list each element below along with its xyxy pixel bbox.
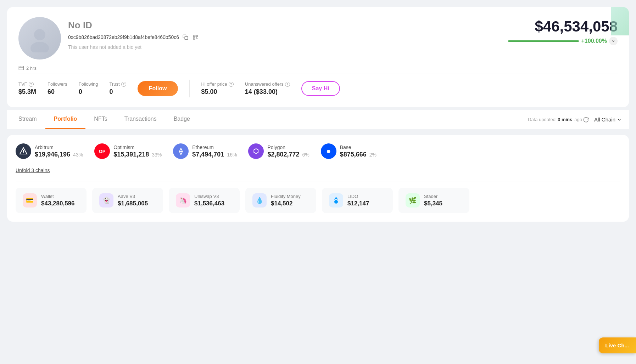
last-active-text: 2 hrs	[26, 66, 37, 71]
protocol-card-lido: LIDO $12,147	[322, 188, 393, 213]
tab-nfts[interactable]: NFTs	[85, 110, 116, 129]
portfolio-progress-bar	[508, 40, 579, 42]
tvf-label: TVF	[18, 81, 27, 87]
arbitrum-name: Arbitrum	[35, 144, 83, 150]
optimism-pct: 33%	[152, 152, 162, 158]
optimism-value: $15,391,218	[113, 151, 149, 158]
svg-rect-2	[185, 36, 188, 40]
followers-stat: Followers 60	[48, 81, 67, 96]
stats-row: TVF ? $5.3M Followers 60 Following 0 Tru…	[18, 74, 618, 100]
corner-decoration	[611, 7, 629, 35]
live-chat-button[interactable]: Live Ch...	[599, 337, 636, 353]
tab-stream[interactable]: Stream	[10, 110, 45, 129]
aave-protocol-value: $1,685,005	[118, 200, 148, 207]
fluidity-protocol-value: $14,502	[271, 200, 301, 207]
ethereum-pct: 16%	[227, 152, 237, 158]
ethereum-name: Ethereum	[192, 144, 237, 150]
chain-item-ethereum: ⟠ Ethereum $7,494,701 16%	[173, 143, 237, 159]
chain-item-optimism: OP Optimism $15,391,218 33%	[94, 143, 162, 159]
fluidity-protocol-name: Fluidity Money	[271, 194, 301, 199]
chain-item-polygon: ⬡ Polygon $2,802,772 6%	[248, 143, 309, 159]
protocol-card-fluidity: 💧 Fluidity Money $14,502	[245, 188, 316, 213]
data-updated-prefix: Data updated	[528, 117, 556, 122]
say-hi-button[interactable]: Say Hi	[301, 81, 340, 96]
protocol-card-stader: 🌿 Stader $5,345	[398, 188, 469, 213]
base-icon: ●	[321, 143, 336, 159]
arbitrum-icon	[16, 143, 31, 159]
main-content: Arbitrum $19,946,196 43% OP Optimism $15…	[7, 135, 629, 222]
tvf-info-icon[interactable]: ?	[29, 82, 34, 87]
chain-item-arbitrum: Arbitrum $19,946,196 43%	[16, 143, 83, 159]
refresh-button[interactable]	[582, 116, 590, 124]
protocol-card-aave: 👻 Aave V3 $1,685,005	[92, 188, 163, 213]
expand-portfolio-button[interactable]	[609, 37, 618, 45]
followers-value: 60	[48, 88, 67, 96]
chevron-down-icon	[617, 117, 622, 122]
hi-offer-price-stat: Hi offer price ? $5.00	[201, 81, 233, 96]
stader-protocol-name: Stader	[424, 194, 442, 199]
tab-badge[interactable]: Badge	[165, 110, 199, 129]
optimism-icon: OP	[94, 143, 110, 159]
tvf-value: $5.3M	[18, 88, 36, 96]
portfolio-value-section: $46,534,058 +100.00%	[508, 17, 618, 45]
wallet-icon: 💳	[23, 193, 37, 207]
divider	[189, 80, 190, 97]
polygon-icon: ⬡	[248, 143, 264, 159]
lido-protocol-name: LIDO	[347, 194, 369, 199]
svg-rect-9	[19, 66, 23, 70]
ethereum-value: $7,494,701	[192, 151, 224, 158]
followers-label: Followers	[48, 81, 67, 87]
aave-icon: 👻	[99, 193, 113, 207]
arbitrum-value: $19,946,196	[35, 151, 70, 158]
wallet-protocol-value: $43,280,596	[41, 200, 75, 207]
profile-card: No ID 0xc9b826bad20872eb29f9b1d8af4befe8…	[7, 7, 629, 107]
lido-icon	[329, 193, 343, 207]
profile-bio: This user has not added a bio yet	[68, 44, 199, 50]
tab-portfolio[interactable]: Portfolio	[45, 110, 86, 129]
progress-bar-fill	[508, 40, 579, 42]
svg-rect-6	[194, 35, 194, 36]
base-value: $875,666	[340, 151, 367, 158]
following-label: Following	[79, 81, 98, 87]
trust-stat: Trust ? 0	[110, 81, 126, 96]
all-chain-label: All Chain	[594, 116, 615, 123]
uniswap-protocol-name: Uniswap V3	[194, 194, 224, 199]
svg-point-1	[30, 42, 49, 52]
trust-value: 0	[110, 88, 126, 96]
polygon-pct: 6%	[302, 152, 309, 158]
following-value: 0	[79, 88, 98, 96]
uniswap-protocol-value: $1,536,463	[194, 200, 224, 207]
trust-info-icon[interactable]: ?	[121, 82, 126, 87]
hi-offer-info-icon[interactable]: ?	[229, 82, 234, 87]
portfolio-amount: $46,534,058	[508, 18, 618, 35]
follow-button[interactable]: Follow	[138, 81, 178, 96]
tabs-row: Stream Portfolio NFTs Transactions Badge…	[7, 110, 629, 129]
last-active-badge: 2 hrs	[18, 65, 618, 71]
aave-protocol-name: Aave V3	[118, 194, 148, 199]
optimism-name: Optimism	[113, 144, 162, 150]
data-updated-info: Data updated 3 mins ago	[528, 117, 582, 122]
polygon-value: $2,802,772	[267, 151, 299, 158]
svg-point-0	[34, 29, 45, 40]
qr-code-button[interactable]	[192, 34, 199, 41]
tab-transactions[interactable]: Transactions	[116, 110, 165, 129]
chain-item-base: ● Base $875,666 2%	[321, 143, 376, 159]
stader-icon: 🌿	[406, 193, 420, 207]
uniswap-icon: 🦄	[176, 193, 190, 207]
copy-address-button[interactable]	[182, 34, 189, 41]
protocol-card-wallet: 💳 Wallet $43,280,596	[16, 188, 87, 213]
protocol-card-uniswap: 🦄 Uniswap V3 $1,536,463	[169, 188, 240, 213]
lido-protocol-value: $12,147	[347, 200, 369, 207]
chains-row: Arbitrum $19,946,196 43% OP Optimism $15…	[16, 143, 620, 165]
unfold-chains-button[interactable]: Unfold 3 chains	[16, 165, 50, 176]
unanswered-offers-label: Unanswered offers	[245, 81, 284, 87]
svg-rect-8	[194, 38, 194, 39]
clock-icon	[18, 65, 24, 71]
wallet-address-row: 0xc9b826bad20872eb29f9b1d8af4befe8460b50…	[68, 34, 199, 41]
all-chain-button[interactable]: All Chain	[590, 114, 626, 125]
protocols-row: 💳 Wallet $43,280,596 👻 Aave V3 $1,685,00…	[16, 182, 620, 213]
following-stat: Following 0	[79, 81, 98, 96]
unanswered-offers-info-icon[interactable]: ?	[285, 82, 290, 87]
profile-name: No ID	[68, 20, 199, 31]
hi-offer-price-label: Hi offer price	[201, 81, 227, 87]
